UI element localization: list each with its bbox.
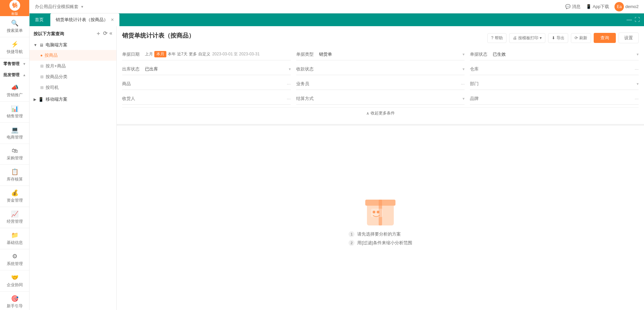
bill-type-label: 单据类型 <box>296 51 316 57</box>
tab-sales-stat[interactable]: 销货单统计计表（按商品） ✕ <box>50 13 119 26</box>
out-status-dropdown-icon[interactable]: ▾ <box>289 67 291 71</box>
workspace-dropdown-icon[interactable]: ▾ <box>81 4 83 9</box>
settings-button[interactable]: 设置 <box>619 33 639 43</box>
panel-header-actions: ＋ ⟳ « <box>96 30 112 37</box>
scheme-group-mobile-title[interactable]: ▶ 📱 移动端方案 <box>30 94 116 104</box>
refresh-button[interactable]: ⟳ 刷新 <box>571 33 591 43</box>
sidebar-item-marketing[interactable]: 📣 营销推广 <box>0 81 30 102</box>
search-icon: 🔍 <box>11 19 18 27</box>
date-option-7days[interactable]: 近7天 <box>177 51 187 57</box>
filter-receipt-status-field: 收款状态 ▾ <box>296 63 465 75</box>
sidebar-item-system[interactable]: ⚙ 系统管理 <box>0 249 30 270</box>
minimize-button[interactable]: — <box>627 17 632 23</box>
scheme-item-by-product[interactable]: ● 按商品 <box>30 50 116 61</box>
mobile-group-arrow-icon: ▶ <box>34 97 36 102</box>
warehouse-more-icon[interactable]: ··· <box>635 66 639 72</box>
scheme-item-by-category[interactable]: ⊞ 按商品分类 <box>30 71 116 82</box>
filter-row-3: 商品 ··· 业务员 ··· 部门 ▾ <box>122 78 639 90</box>
wholesale-arrow-icon: ▲ <box>23 73 26 77</box>
svg-point-5 <box>377 211 379 213</box>
dept-dropdown-icon[interactable]: ▾ <box>637 82 639 86</box>
date-option-this-month[interactable]: 本月 <box>154 51 166 57</box>
refresh-scheme-icon[interactable]: ⟳ <box>103 30 107 37</box>
tab-close-icon[interactable]: ✕ <box>111 17 114 22</box>
table-area: 1 请先选择要分析的方案 2 用[过滤]条件来缩小分析范围 <box>117 126 644 310</box>
bill-status-value[interactable]: 已生效 <box>493 51 635 57</box>
help-button[interactable]: ? 帮助 <box>487 33 506 43</box>
date-option-this-year[interactable]: 本年 <box>168 51 176 57</box>
filter-warehouse-field: 仓库 ··· <box>470 63 639 75</box>
page-title: 销货单统计计表（按商品） <box>122 32 195 40</box>
message-icon: 💬 <box>565 4 571 9</box>
empty-hints: 1 请先选择要分析的方案 2 用[过滤]条件来缩小分析范围 <box>348 231 412 246</box>
topbar-left: 办公用品行业模拟账套 ▾ <box>35 4 83 10</box>
sidebar-item-finance[interactable]: 💰 资金管理 <box>0 186 30 207</box>
sidebar-item-purchase[interactable]: 🛍 采购管理 <box>0 144 30 165</box>
marketing-icon: 📣 <box>11 84 18 91</box>
enterprise-icon: 🤝 <box>11 274 18 281</box>
bill-type-dropdown-icon[interactable]: ▾ <box>463 52 465 57</box>
query-button[interactable]: 查询 <box>594 33 616 43</box>
brand-more-icon[interactable]: ··· <box>635 96 639 101</box>
receipt-status-label: 收款状态 <box>296 66 316 72</box>
sidebar-item-wholesale[interactable]: 批发管理 ▲ <box>0 69 30 81</box>
hint-num-2: 2 <box>348 240 355 246</box>
date-option-custom[interactable]: 自定义 <box>198 51 210 57</box>
pc-group-arrow-icon: ▼ <box>34 43 37 47</box>
system-icon: ⚙ <box>12 253 17 260</box>
add-scheme-button[interactable]: ＋ <box>96 30 101 37</box>
receipt-status-dropdown-icon[interactable]: ▾ <box>463 67 465 71</box>
tab-home[interactable]: 首页 <box>30 13 49 26</box>
empty-illustration <box>360 190 400 227</box>
purchase-icon: 🛍 <box>12 147 18 154</box>
bill-type-value[interactable]: 销货单 <box>319 51 462 57</box>
shortcut-icon: ⚡ <box>11 41 18 48</box>
product-scheme-icon: ● <box>40 53 43 58</box>
export-button[interactable]: ⬇ 导出 <box>548 33 568 43</box>
sidebar-item-operation[interactable]: 📈 经营管理 <box>0 207 30 228</box>
scheme-group-pc-title[interactable]: ▼ 🖥 电脑端方案 <box>30 40 116 50</box>
out-status-value[interactable]: 已出库 <box>145 66 287 72</box>
sidebar-item-basic[interactable]: 📁 基础信息 <box>0 228 30 249</box>
out-status-label: 出库状态 <box>122 66 142 72</box>
salesperson-more-icon[interactable]: ··· <box>461 81 465 87</box>
scheme-item-by-month-product[interactable]: ⊞ 按月+商品 <box>30 61 116 71</box>
maximize-button[interactable]: ⛶ <box>635 17 640 23</box>
month-product-scheme-icon: ⊞ <box>40 64 44 68</box>
print-icon: 🖨 <box>513 36 517 40</box>
recipient-more-icon[interactable]: ··· <box>287 96 291 101</box>
filter-actions: ? 帮助 🖨 按模板打印 ▾ ⬇ 导出 ⟳ <box>487 33 639 43</box>
product-more-icon[interactable]: ··· <box>287 81 291 87</box>
svg-point-4 <box>373 211 375 213</box>
date-option-more[interactable]: 更多 <box>189 51 197 57</box>
collapse-panel-icon[interactable]: « <box>109 30 112 37</box>
user-profile[interactable]: Ea demo2 <box>614 2 639 11</box>
sidebar-item-ecommerce[interactable]: 💻 电商管理 <box>0 123 30 144</box>
scheme-item-by-cashier[interactable]: ⊞ 按司机 <box>30 82 116 93</box>
sidebar-item-enterprise[interactable]: 🤝 企业协同 <box>0 270 30 292</box>
sidebar-item-inventory[interactable]: 📋 库存核算 <box>0 165 30 186</box>
guide-icon: 🎯 <box>11 295 18 302</box>
print-button[interactable]: 🖨 按模板打印 ▾ <box>509 33 545 43</box>
sidebar-item-sales[interactable]: 📊 销售管理 <box>0 102 30 123</box>
bill-status-dropdown-icon[interactable]: ▾ <box>637 52 639 57</box>
date-range-text: 2023-03-01 至 2023-03-31 <box>212 51 260 57</box>
mobile-folder-icon: 📱 <box>38 97 44 102</box>
filter-row-4: 收货人 ··· 结算方式 ▾ 品牌 ··· <box>122 93 639 105</box>
collapse-filter-button[interactable]: ∧ 收起更多条件 <box>122 107 639 119</box>
sidebar-item-guide[interactable]: 🎯 新手引导 <box>0 292 30 310</box>
finance-icon: 💰 <box>11 189 18 197</box>
sidebar-item-shortcut[interactable]: ⚡ 快捷导航 <box>0 37 30 58</box>
sidebar-item-retail[interactable]: 零售管理 ▼ <box>0 58 30 69</box>
filter-payment-field: 结算方式 ▾ <box>296 93 465 105</box>
date-option-last-month[interactable]: 上月 <box>145 51 153 57</box>
pc-folder-icon: 🖥 <box>39 43 44 48</box>
svg-rect-3 <box>371 209 383 217</box>
bill-status-label: 单据状态 <box>470 51 490 57</box>
payment-dropdown-icon[interactable]: ▾ <box>463 96 465 101</box>
message-button[interactable]: 💬 消息 <box>565 4 581 10</box>
hint-num-1: 1 <box>348 231 355 237</box>
sidebar-item-search[interactable]: 🔍 搜索菜单 <box>0 16 30 37</box>
scheme-group-mobile: ▶ 📱 移动端方案 <box>30 94 116 104</box>
app-download-button[interactable]: 📱 App下载 <box>586 4 609 10</box>
